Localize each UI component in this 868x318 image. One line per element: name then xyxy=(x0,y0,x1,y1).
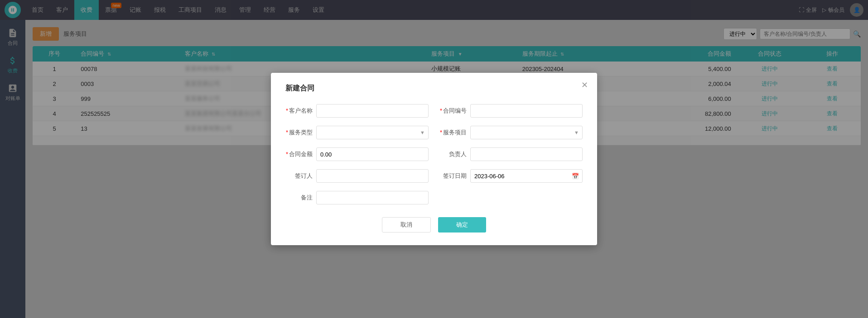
service-type-label: *服务类型 xyxy=(285,128,313,137)
form-group-signer: 签订人 xyxy=(285,169,429,183)
remark-label: 备注 xyxy=(285,194,313,202)
form-row-1: *客户名称 *合同编号 xyxy=(285,104,583,118)
form-group-person-in-charge: 负责人 xyxy=(439,147,583,161)
service-item-label: *服务项目 xyxy=(439,128,467,137)
contract-no-input[interactable] xyxy=(470,104,583,118)
person-in-charge-label: 负责人 xyxy=(439,150,467,158)
form-group-service-item: *服务项目 ▼ xyxy=(439,126,583,139)
form-group-contract-no: *合同编号 xyxy=(439,104,583,118)
customer-name-label: *客户名称 xyxy=(285,107,313,115)
cancel-button[interactable]: 取消 xyxy=(382,217,431,233)
person-in-charge-input[interactable] xyxy=(470,147,583,161)
service-type-select-wrapper: ▼ xyxy=(316,126,429,139)
form-row-3: *合同金额 负责人 xyxy=(285,147,583,161)
contract-no-label: *合同编号 xyxy=(439,107,467,115)
amount-input[interactable] xyxy=(316,147,429,161)
sign-date-wrapper: 📅 xyxy=(470,169,583,183)
modal-title: 新建合同 xyxy=(285,84,583,93)
form-group-customer: *客户名称 xyxy=(285,104,429,118)
customer-name-input[interactable] xyxy=(316,104,429,118)
sign-date-label: 签订日期 xyxy=(439,172,467,180)
form-row-4: 签订人 签订日期 📅 xyxy=(285,169,583,183)
modal-overlay[interactable]: ✕ 新建合同 *客户名称 *合同编号 *服务类型 xyxy=(0,0,868,318)
confirm-button[interactable]: 确定 xyxy=(438,217,486,233)
modal-close-button[interactable]: ✕ xyxy=(581,80,588,90)
modal-footer: 取消 确定 xyxy=(285,217,583,233)
form-row-5: 备注 xyxy=(285,191,583,204)
service-item-select[interactable] xyxy=(470,126,583,139)
sign-date-input[interactable] xyxy=(470,169,583,183)
form-group-amount: *合同金额 xyxy=(285,147,429,161)
signer-label: 签订人 xyxy=(285,172,313,180)
amount-label: *合同金额 xyxy=(285,150,313,158)
form-row-2: *服务类型 ▼ *服务项目 ▼ xyxy=(285,126,583,139)
remark-input[interactable] xyxy=(316,191,429,204)
service-item-select-wrapper: ▼ xyxy=(470,126,583,139)
service-type-select[interactable] xyxy=(316,126,429,139)
signer-input[interactable] xyxy=(316,169,429,183)
form-group-remark: 备注 xyxy=(285,191,429,204)
form-group-service-type: *服务类型 ▼ xyxy=(285,126,429,139)
form-group-sign-date: 签订日期 📅 xyxy=(439,169,583,183)
new-contract-modal: ✕ 新建合同 *客户名称 *合同编号 *服务类型 xyxy=(271,73,597,245)
